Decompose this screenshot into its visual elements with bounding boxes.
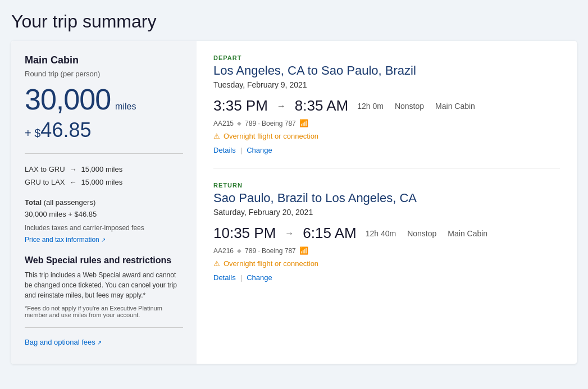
pipe-2: | (240, 273, 242, 282)
return-times-row: 10:35 PM → 6:15 AM 12h 40m Nonstop Main … (213, 225, 560, 242)
return-date: Saturday, February 20, 2021 (213, 208, 560, 217)
return-depart-time: 10:35 PM (213, 225, 276, 242)
return-overnight-text: Overnight flight or connection (224, 259, 318, 268)
main-content: DEPART Los Angeles, CA to Sao Paulo, Bra… (197, 41, 577, 364)
divider-1 (25, 153, 183, 154)
miles-word: miles (115, 102, 136, 112)
return-details-link[interactable]: Details (213, 273, 236, 282)
divider-2 (25, 327, 183, 328)
dot-sep-1: ◆ (237, 120, 241, 126)
depart-meta: 12h 0m Nonstop Main Cabin (357, 102, 475, 111)
web-special-text: This trip includes a Web Special award a… (25, 270, 183, 300)
return-tag: RETURN (213, 182, 560, 189)
depart-route-title: Los Angeles, CA to Sao Paulo, Brazil (213, 63, 560, 78)
return-cabin: Main Cabin (448, 229, 487, 238)
return-overnight-row: ⚠ Overnight flight or connection (213, 259, 560, 268)
bag-external-icon: ↗ (97, 340, 102, 346)
page-title: Your trip summary (11, 11, 577, 32)
depart-warning-icon: ⚠ (213, 132, 220, 140)
return-nonstop: Nonstop (407, 229, 436, 238)
route-from-1: LAX to GRU (25, 163, 65, 176)
depart-section: DEPART Los Angeles, CA to Sao Paulo, Bra… (213, 54, 560, 168)
depart-overnight-row: ⚠ Overnight flight or connection (213, 132, 560, 140)
route-row-2: GRU to LAX ← 15,000 miles (25, 176, 183, 189)
web-special-title: Web Special rules and restrictions (25, 255, 183, 266)
miles-number: 30,000 (25, 83, 111, 116)
fee-amount: 46.85 (40, 118, 91, 141)
round-trip-label: Round trip (per person) (25, 70, 183, 78)
return-info-row: AA216 ◆ 789 · Boeing 787 📶 (213, 246, 560, 255)
return-action-row: Details | Change (213, 273, 560, 282)
depart-arrow-icon: → (277, 101, 286, 111)
return-arrow-icon: → (285, 228, 294, 239)
return-arrive-time: 6:15 AM (303, 225, 356, 242)
total-qualifier: (all passengers) (44, 198, 96, 207)
depart-overnight-text: Overnight flight or connection (224, 132, 318, 140)
route-miles-2: 15,000 miles (81, 176, 123, 189)
fee-prefix: + $ (25, 127, 40, 139)
depart-details-link[interactable]: Details (213, 146, 236, 154)
return-flight-number: AA216 (213, 247, 234, 255)
depart-date: Tuesday, February 9, 2021 (213, 80, 560, 89)
route-miles-1: 15,000 miles (81, 163, 123, 176)
return-meta: 12h 40m Nonstop Main Cabin (366, 229, 487, 238)
price-tax-link[interactable]: Price and tax information ↗ (25, 236, 106, 244)
depart-cabin: Main Cabin (435, 102, 475, 111)
trip-summary-card: Main Cabin Round trip (per person) 30,00… (11, 41, 577, 364)
route-row-1: LAX to GRU → 15,000 miles (25, 163, 183, 176)
depart-depart-time: 3:35 PM (213, 97, 268, 115)
depart-times-row: 3:35 PM → 8:35 AM 12h 0m Nonstop Main Ca… (213, 97, 560, 115)
return-wifi-icon: 📶 (299, 246, 308, 255)
taxes-note: Includes taxes and carrier-imposed fees (25, 224, 183, 232)
depart-aircraft: 789 · Boeing 787 (245, 120, 296, 127)
return-route-title: Sao Paulo, Brazil to Los Angeles, CA (213, 191, 560, 205)
fee-row: + $46.85 (25, 118, 183, 142)
total-section: Total (all passengers) (25, 198, 183, 207)
depart-tag: DEPART (213, 54, 560, 61)
depart-flight-number: AA215 (213, 120, 234, 127)
depart-duration: 12h 0m (357, 102, 384, 111)
route-from-2: GRU to LAX (25, 176, 65, 189)
return-warning-icon: ⚠ (213, 259, 220, 268)
cabin-label: Main Cabin (25, 54, 183, 66)
return-duration: 12h 40m (366, 229, 396, 238)
return-change-link[interactable]: Change (247, 273, 272, 282)
route-arrow-1: → (70, 163, 77, 176)
depart-nonstop: Nonstop (395, 102, 424, 111)
pipe-1: | (240, 146, 242, 154)
bag-fees-link[interactable]: Bag and optional fees ↗ (25, 338, 102, 346)
depart-change-link[interactable]: Change (247, 146, 272, 154)
return-section: RETURN Sao Paulo, Brazil to Los Angeles,… (213, 182, 560, 295)
total-miles: 30,000 miles + $46.85 (25, 210, 183, 218)
depart-info-row: AA215 ◆ 789 · Boeing 787 📶 (213, 119, 560, 127)
depart-arrive-time: 8:35 AM (295, 97, 348, 115)
route-table: LAX to GRU → 15,000 miles GRU to LAX ← 1… (25, 163, 183, 189)
external-link-icon: ↗ (101, 237, 106, 243)
footnote: *Fees do not apply if you're an Executiv… (25, 305, 183, 318)
dot-sep-2: ◆ (237, 248, 241, 254)
total-label: Total (25, 198, 42, 207)
miles-row: 30,000 miles (25, 83, 183, 116)
route-arrow-2: ← (70, 176, 77, 189)
return-aircraft: 789 · Boeing 787 (245, 247, 296, 255)
sidebar: Main Cabin Round trip (per person) 30,00… (11, 41, 197, 364)
depart-action-row: Details | Change (213, 146, 560, 154)
depart-wifi-icon: 📶 (299, 119, 308, 127)
